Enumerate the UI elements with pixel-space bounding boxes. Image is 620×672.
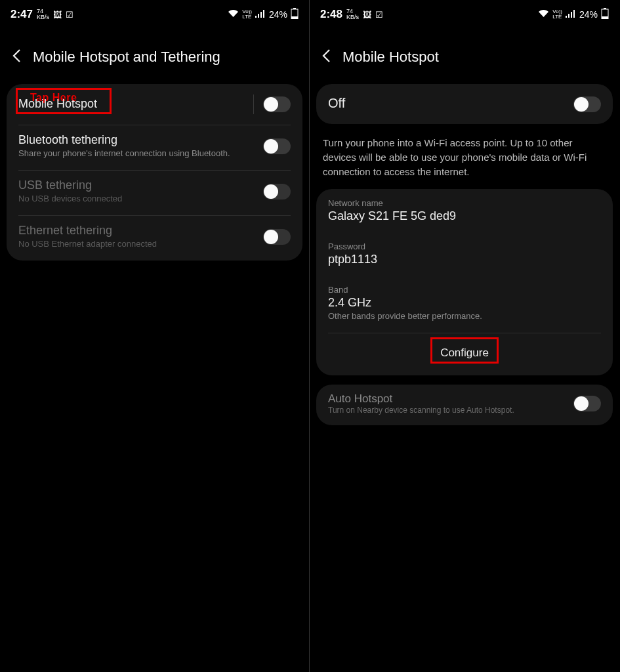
- battery-percent: 24%: [579, 9, 598, 20]
- status-bar: 2:47 74KB/s 🖼 ☑ Vo))LTE 24%: [0, 0, 309, 26]
- password-section[interactable]: Password ptpb1113: [316, 232, 613, 276]
- ethernet-tethering-row: Ethernet tethering No USB Ethernet adapt…: [7, 216, 302, 261]
- network-name-label: Network name: [316, 189, 613, 208]
- band-section[interactable]: Band 2.4 GHz Other bands provide better …: [316, 276, 613, 333]
- battery-icon: [601, 8, 609, 21]
- password-label: Password: [316, 232, 613, 251]
- page-title: Mobile Hotspot: [342, 49, 439, 66]
- svg-rect-9: [571, 12, 572, 18]
- volte-icon: Vo))LTE: [242, 9, 252, 20]
- mobile-hotspot-row[interactable]: Mobile Hotspot: [7, 84, 302, 125]
- tethering-card: Mobile Hotspot Bluetooth tethering Share…: [7, 84, 302, 261]
- eth-tethering-label: Ethernet tethering: [18, 224, 257, 238]
- bluetooth-tethering-row[interactable]: Bluetooth tethering Share your phone's i…: [7, 125, 302, 170]
- svg-rect-10: [573, 10, 575, 18]
- back-icon[interactable]: [12, 49, 21, 66]
- status-bar: 2:48 74KB/s 🖼 ☑ Vo))LTE 24%: [310, 0, 619, 26]
- battery-percent: 24%: [269, 9, 287, 20]
- bt-tethering-sub: Share your phone's internet connection u…: [18, 148, 257, 159]
- status-speed: 74KB/s: [37, 9, 49, 20]
- band-value: 2.4 GHz: [316, 295, 613, 311]
- eth-tethering-toggle: [263, 229, 291, 245]
- auto-hotspot-sub: Turn on Nearby device scanning to use Au…: [328, 406, 567, 415]
- image-icon: 🖼: [53, 10, 62, 20]
- bt-tethering-label: Bluetooth tethering: [18, 133, 257, 147]
- hotspot-info-card: Network name Galaxy S21 FE 5G ded9 Passw…: [316, 189, 613, 375]
- eth-tethering-sub: No USB Ethernet adapter connected: [18, 239, 257, 250]
- auto-hotspot-label: Auto Hotspot: [328, 392, 567, 406]
- hotspot-main-toggle[interactable]: [573, 96, 601, 112]
- auto-hotspot-card: Auto Hotspot Turn on Nearby device scann…: [316, 385, 613, 425]
- bt-tethering-toggle[interactable]: [263, 138, 291, 154]
- usb-tethering-label: USB tethering: [18, 178, 257, 192]
- hotspot-description: Turn your phone into a Wi-Fi access poin…: [310, 133, 619, 189]
- network-name-value: Galaxy S21 FE 5G ded9: [316, 208, 613, 232]
- svg-rect-8: [568, 14, 569, 18]
- configure-row: Configure: [316, 333, 613, 375]
- status-time: 2:47: [10, 8, 33, 21]
- band-label: Band: [316, 276, 613, 295]
- auto-hotspot-row[interactable]: Auto Hotspot Turn on Nearby device scann…: [316, 385, 613, 425]
- checkbox-icon: ☑: [375, 10, 383, 20]
- checkbox-icon: ☑: [66, 10, 73, 20]
- svg-rect-3: [263, 10, 264, 18]
- mobile-hotspot-label: Mobile Hotspot: [18, 97, 247, 111]
- usb-tethering-toggle: [263, 184, 291, 200]
- wifi-icon: [538, 9, 549, 20]
- hotspot-toggle-card: Off: [316, 84, 613, 124]
- configure-button[interactable]: Configure: [434, 343, 495, 364]
- page-title: Mobile Hotspot and Tethering: [33, 49, 220, 66]
- wifi-icon: [228, 9, 239, 20]
- band-sub: Other bands provide better performance.: [316, 311, 613, 333]
- back-icon[interactable]: [321, 49, 331, 66]
- signal-icon: [566, 9, 576, 20]
- status-time: 2:48: [320, 8, 342, 21]
- left-screenshot: 2:47 74KB/s 🖼 ☑ Vo))LTE 24% Mobile Hotsp…: [0, 0, 310, 672]
- battery-icon: [291, 8, 299, 21]
- network-name-section[interactable]: Network name Galaxy S21 FE 5G ded9: [316, 189, 613, 232]
- svg-rect-0: [255, 16, 257, 18]
- status-speed: 74KB/s: [346, 9, 359, 20]
- mobile-hotspot-toggle[interactable]: [263, 96, 291, 112]
- right-screenshot: 2:48 74KB/s 🖼 ☑ Vo))LTE 24% Mobile Hotsp…: [310, 0, 619, 672]
- auto-hotspot-toggle[interactable]: [573, 396, 601, 411]
- page-header: Mobile Hotspot and Tethering: [0, 26, 309, 84]
- volte-icon: Vo))LTE: [552, 9, 562, 20]
- password-value: ptpb1113: [316, 251, 613, 276]
- svg-rect-1: [258, 14, 259, 18]
- usb-tethering-sub: No USB devices connected: [18, 194, 257, 205]
- svg-rect-13: [602, 16, 608, 19]
- svg-rect-7: [566, 16, 567, 18]
- svg-rect-6: [291, 16, 298, 19]
- usb-tethering-row: USB tethering No USB devices connected: [7, 171, 302, 215]
- svg-rect-2: [260, 12, 262, 18]
- off-label: Off: [328, 96, 345, 111]
- hotspot-off-row[interactable]: Off: [316, 84, 613, 124]
- page-header: Mobile Hotspot: [310, 26, 619, 84]
- image-icon: 🖼: [363, 10, 371, 20]
- vertical-divider: [253, 94, 254, 114]
- signal-icon: [255, 9, 266, 20]
